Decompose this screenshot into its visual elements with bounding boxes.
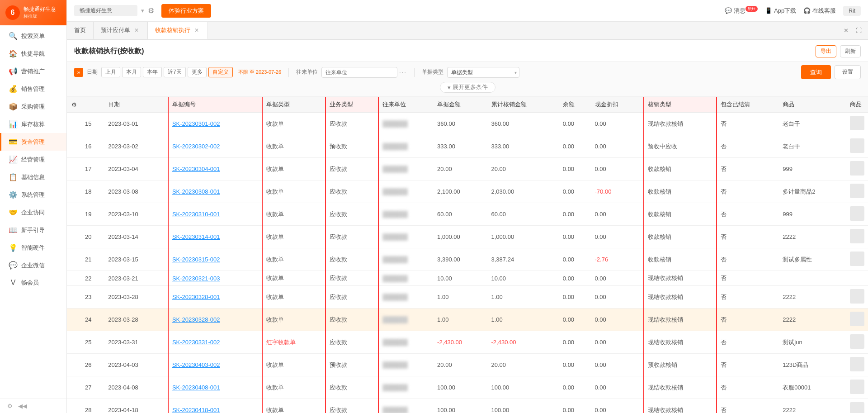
col-balance-header[interactable]: 余额 [559,97,591,113]
gear-icon[interactable]: ⚙ [148,6,154,15]
tab-expand-icon[interactable]: ⛶ [853,25,864,36]
table-row[interactable]: 17 2023-03-04 SK-20230304-001 收款单 应收款 ██… [67,158,868,180]
col-write-off-type-header[interactable]: 核销类型 [644,97,717,113]
tab-collection-write-off[interactable]: 收款核销执行 ✕ [148,22,208,39]
cell-include-settled: 否 [717,399,779,413]
export-button[interactable]: 导出 [816,45,836,57]
col-accumulated-header[interactable]: 累计核销金额 [488,97,559,113]
col-goods-header[interactable]: 商品 [779,97,846,113]
brand-chevron-icon[interactable]: ▾ [141,7,144,14]
query-button[interactable]: 查询 [801,65,831,79]
bill-no-link[interactable]: SK-20230304-001 [172,166,220,172]
col-biz-type-header[interactable]: 业务类型 [326,97,379,113]
date-pill-more[interactable]: 更多 [188,67,207,77]
bill-no-link[interactable]: SK-20230310-001 [172,211,220,218]
date-range-text: 不限 至 2023-07-26 [238,69,281,76]
col-bill-type-header[interactable]: 单据类型 [262,97,326,113]
col-bill-amount-header[interactable]: 单据金额 [434,97,487,113]
fund-icon: 💳 [9,138,18,146]
bill-no-link[interactable]: SK-20230315-002 [172,256,220,263]
online-service-button[interactable]: 🎧 在线客服 [803,7,836,15]
col-include-settled-header[interactable]: 包含已结清 [717,97,779,113]
bill-no-link[interactable]: SK-20230328-001 [172,294,220,300]
table-row[interactable]: 24 2023-03-28 SK-20230328-002 收款单 应收款 ██… [67,309,868,331]
bill-no-link[interactable]: SK-20230328-002 [172,316,220,323]
cell-date: 2023-03-31 [104,331,168,354]
settings-icon[interactable]: ⚙ [7,403,13,409]
table-row[interactable]: 22 2023-03-21 SK-20230321-003 收款单 应收款 ██… [67,271,868,286]
col-goods-img-header[interactable]: 商品 [846,97,868,113]
table-row[interactable]: 15 2023-03-01 SK-20230301-002 收款单 应收款 ██… [67,113,868,135]
bill-no-link[interactable]: SK-20230331-002 [172,339,220,346]
table-row[interactable]: 16 2023-03-02 SK-20230302-002 收款单 预收款 ██… [67,135,868,158]
table-row[interactable]: 23 2023-03-28 SK-20230328-001 收款单 应收款 ██… [67,286,868,309]
sidebar-item-purchase[interactable]: 📦 采购管理 [0,98,66,115]
counterparty-input[interactable] [321,67,397,78]
cell-biz-type: 预收款 [326,135,379,158]
col-counterparty-header[interactable]: 往来单位 [378,97,434,113]
sidebar-item-operations[interactable]: 📈 经营管理 [0,151,66,168]
sidebar-item-marketing[interactable]: 📢 营销推广 [0,62,66,80]
col-cash-discount-header[interactable]: 现金折扣 [591,97,644,113]
industry-solution-button[interactable]: 体验行业方案 [161,4,211,18]
counterparty-more-icon[interactable]: ··· [399,69,407,76]
table-row[interactable]: 18 2023-03-08 SK-20230308-001 收款单 应收款 ██… [67,180,868,203]
sidebar-item-system[interactable]: ⚙️ 系统管理 [0,186,66,204]
tab-pending-payment[interactable]: 预计应付单 ✕ [94,22,148,39]
table-row[interactable]: 19 2023-03-10 SK-20230310-001 收款单 应收款 ██… [67,203,868,226]
bill-no-link[interactable]: SK-20230308-001 [172,188,220,195]
bill-no-link[interactable]: SK-20230408-001 [172,384,220,391]
date-pill-7-days[interactable]: 近7天 [164,67,186,77]
bill-no-link[interactable]: SK-20230321-003 [172,275,220,282]
filter-expand-button[interactable]: » [74,68,83,77]
sidebar-item-enterprise[interactable]: 🤝 企业协同 [0,204,66,221]
cell-bill-amount: 3,390.00 [434,248,487,271]
date-pill-this-year[interactable]: 本年 [143,67,162,77]
table-row[interactable]: 26 2023-04-03 SK-20230403-002 收款单 预收款 ██… [67,354,868,376]
bill-type-select[interactable]: 单据类型 [447,67,519,78]
tab-close-all-icon[interactable]: ✕ [841,25,851,36]
sidebar-item-quick-nav[interactable]: 🏠 快捷导航 [0,45,66,62]
col-settings-header[interactable]: ⚙ [67,97,81,113]
cell-bill-type: 收款单 [262,226,326,248]
table-row[interactable]: 27 2023-04-08 SK-20230408-001 收款单 应收款 ██… [67,376,868,399]
tab-home[interactable]: 首页 [67,22,94,39]
tab-close-write-off[interactable]: ✕ [193,27,200,34]
table-row[interactable]: 28 2023-04-18 SK-20230418-001 收款单 应收款 ██… [67,399,868,413]
expand-more-button[interactable]: ▾ 展开更多条件 [440,82,495,93]
app-download-button[interactable]: 📱 App下载 [765,7,796,15]
setting-button[interactable]: 设置 [835,65,861,79]
bill-no-link[interactable]: SK-20230403-002 [172,361,220,368]
date-pill-this-month[interactable]: 本月 [122,67,141,77]
sidebar-item-guide[interactable]: 📖 新手引导 [0,221,66,239]
tab-close-pending[interactable]: ✕ [133,27,140,34]
bill-no-link[interactable]: SK-20230301-002 [172,120,220,127]
col-date-header[interactable]: 日期 [104,97,168,113]
table-row[interactable]: 25 2023-03-31 SK-20230331-002 红字收款单 应收款 … [67,331,868,354]
sidebar-item-wechat[interactable]: 💬 企业微信 [0,256,66,274]
bill-no-link[interactable]: SK-20230314-001 [172,233,220,240]
table-row[interactable]: 21 2023-03-15 SK-20230315-002 收款单 应收款 ██… [67,248,868,271]
sidebar-item-smart-hw[interactable]: 💡 智能硬件 [0,239,66,256]
messages-button[interactable]: 💬 消息 99+ [725,7,758,15]
collapse-icon[interactable]: ◀◀ [18,403,27,409]
sidebar-item-fund[interactable]: 💳 资金管理 [0,133,66,151]
cell-date: 2023-03-28 [104,309,168,331]
sidebar-item-basic-info[interactable]: 📋 基础信息 [0,168,66,186]
sidebar-item-search[interactable]: 🔍 搜索菜单 [0,27,66,45]
col-bill-no-header[interactable]: 单据编号 [168,97,262,113]
bill-no-link[interactable]: SK-20230418-001 [172,407,220,413]
cell-bill-amount: 100.00 [434,376,487,399]
cell-write-off-type: 收款核销 [644,226,717,248]
sidebar-item-sales[interactable]: 💰 销售管理 [0,80,66,98]
date-pill-last-month[interactable]: 上月 [101,67,120,77]
sidebar-item-inventory[interactable]: 📊 库存核算 [0,115,66,133]
sidebar-item-member[interactable]: V 畅会员 [0,274,66,291]
user-avatar[interactable]: Rit [843,6,861,16]
cell-goods-img [846,286,868,309]
table-row[interactable]: 20 2023-03-14 SK-20230314-001 收款单 应收款 ██… [67,226,868,248]
date-pill-custom[interactable]: 自定义 [208,67,233,77]
refresh-button[interactable]: 刷新 [840,45,861,57]
cell-goods-img [846,158,868,180]
bill-no-link[interactable]: SK-20230302-002 [172,143,220,150]
